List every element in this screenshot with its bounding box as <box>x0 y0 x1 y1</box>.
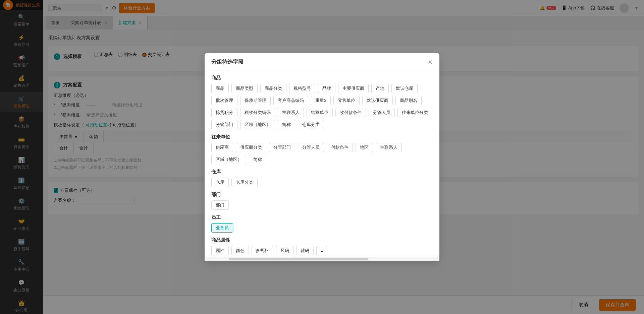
section-title-1: 往来单位 <box>211 129 433 143</box>
field-tag-0-5[interactable]: 主要供应商 <box>338 84 369 93</box>
modal-title: 分组待选字段 <box>211 59 244 66</box>
section-title-3: 部门 <box>211 187 433 200</box>
field-tag-0-13[interactable]: 默认供应商 <box>362 96 393 105</box>
modal-close-icon[interactable]: ✕ <box>428 59 433 66</box>
modal: 分组待选字段 ✕ 商品商品商品类型商品分类规格型号品牌主要供应商产地默认仓库批次… <box>205 53 439 261</box>
field-tag-0-15[interactable]: 拣货积分 <box>211 108 237 117</box>
field-tag-0-17[interactable]: 主联系人 <box>278 108 304 117</box>
field-tag-5-1[interactable]: 颜色 <box>231 246 249 255</box>
section-title-0: 商品 <box>211 70 433 84</box>
field-tag-1-7[interactable]: 区域（地区） <box>211 155 246 164</box>
field-tag-0-8[interactable]: 批次管理 <box>211 96 237 105</box>
field-tag-1-8[interactable]: 简称 <box>249 155 266 164</box>
section-title-5: 商品属性 <box>211 233 433 246</box>
field-tag-5-2[interactable]: 多规格 <box>252 246 273 255</box>
tag-grid-0: 商品商品类型商品分类规格型号品牌主要供应商产地默认仓库批次管理保质期管理客户商品… <box>211 84 433 129</box>
field-tag-0-20[interactable]: 分管人员 <box>369 108 395 117</box>
field-tag-0-19[interactable]: 收付款条件 <box>335 108 366 117</box>
field-tag-5-3[interactable]: 尺码 <box>276 246 293 255</box>
field-tag-0-18[interactable]: 结算单位 <box>307 108 333 117</box>
field-tag-0-12[interactable]: 零售单位 <box>333 96 360 105</box>
field-tag-1-1[interactable]: 供应商分类 <box>236 143 266 152</box>
modal-hscroll[interactable] <box>205 257 439 261</box>
section-title-4: 员工 <box>211 210 433 223</box>
field-tag-0-9[interactable]: 保质期管理 <box>240 96 271 105</box>
field-tag-2-0[interactable]: 仓库 <box>211 178 229 187</box>
field-tag-0-14[interactable]: 商品别名 <box>395 96 422 105</box>
field-tag-0-0[interactable]: 商品 <box>211 84 229 93</box>
field-tag-0-3[interactable]: 规格型号 <box>289 84 315 93</box>
field-tag-0-25[interactable]: 仓库分类 <box>298 120 324 129</box>
field-tag-0-11[interactable]: 重量3 <box>311 96 331 105</box>
tag-grid-4: 业务员 <box>211 223 433 233</box>
hscroll-thumb <box>229 258 368 260</box>
field-tag-0-4[interactable]: 品牌 <box>318 84 335 93</box>
tag-grid-2: 仓库仓库分类 <box>211 178 433 187</box>
field-tag-0-16[interactable]: 税收分类编码 <box>240 108 275 117</box>
field-tag-1-6[interactable]: 主联系人 <box>376 143 402 152</box>
field-tag-1-3[interactable]: 分管人员 <box>298 143 324 152</box>
field-tag-4-0[interactable]: 业务员 <box>211 223 233 233</box>
modal-body[interactable]: 商品商品商品类型商品分类规格型号品牌主要供应商产地默认仓库批次管理保质期管理客户… <box>205 70 439 257</box>
field-tag-1-5[interactable]: 地区 <box>356 143 373 152</box>
field-tag-5-4[interactable]: 鞋码 <box>296 246 314 255</box>
field-tag-5-0[interactable]: 属性 <box>211 246 229 255</box>
field-tag-2-1[interactable]: 仓库分类 <box>231 178 258 187</box>
field-tag-0-23[interactable]: 区域（地区） <box>240 120 275 129</box>
field-tag-5-5[interactable]: 1 <box>316 246 327 255</box>
field-tag-0-2[interactable]: 商品分类 <box>260 84 286 93</box>
modal-header: 分组待选字段 ✕ <box>205 53 439 70</box>
section-title-2: 仓库 <box>211 164 433 178</box>
field-tag-3-0[interactable]: 部门 <box>211 200 229 210</box>
field-tag-0-7[interactable]: 默认仓库 <box>391 84 418 93</box>
modal-overlay: 分组待选字段 ✕ 商品商品商品类型商品分类规格型号品牌主要供应商产地默认仓库批次… <box>0 0 644 314</box>
field-tag-0-10[interactable]: 客户商品编码 <box>273 96 308 105</box>
field-tag-0-6[interactable]: 产地 <box>371 84 389 93</box>
field-tag-1-0[interactable]: 供应商 <box>211 143 233 152</box>
field-tag-1-4[interactable]: 付款条件 <box>327 143 353 152</box>
field-tag-0-24[interactable]: 简称 <box>278 120 295 129</box>
field-tag-0-22[interactable]: 分管部门 <box>211 120 237 129</box>
field-tag-0-21[interactable]: 往来单位分类 <box>397 108 432 117</box>
tag-grid-1: 供应商供应商分类分管部门分管人员付款条件地区主联系人区域（地区）简称 <box>211 143 433 164</box>
tag-grid-5: 属性颜色多规格尺码鞋码1 <box>211 246 433 255</box>
tag-grid-3: 部门 <box>211 200 433 210</box>
field-tag-0-1[interactable]: 商品类型 <box>231 84 258 93</box>
field-tag-1-2[interactable]: 分管部门 <box>269 143 295 152</box>
